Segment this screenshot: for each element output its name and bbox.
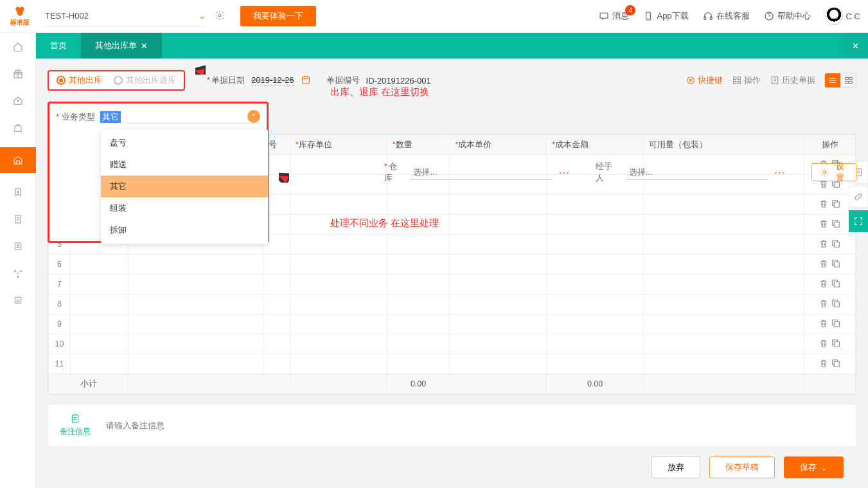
sidebar-doc[interactable] (10, 212, 26, 227)
svg-rect-20 (734, 81, 736, 84)
remark-icon: 备注信息 (60, 413, 91, 437)
try-button[interactable]: 我要体验一下 (240, 6, 316, 26)
biz-type-label: * 业务类型 (56, 111, 95, 123)
operate-button[interactable]: 操作 (732, 75, 761, 86)
sidebar-contacts[interactable] (10, 239, 26, 254)
table-row[interactable]: 7 (49, 275, 856, 294)
sidebar-warehouse[interactable] (0, 147, 36, 173)
svg-rect-37 (835, 282, 840, 287)
sidebar-flow[interactable] (10, 266, 26, 281)
remark-box: 备注信息 (48, 404, 856, 447)
handler-more-icon[interactable]: ··· (775, 168, 786, 177)
user-menu[interactable]: C C (825, 7, 860, 25)
svg-line-27 (202, 72, 206, 75)
table-row[interactable]: 6 (49, 255, 856, 275)
copy-icon[interactable] (831, 358, 841, 368)
biz-type-value[interactable]: 其它 (100, 111, 121, 123)
biz-type-option[interactable]: 组装 (101, 197, 268, 219)
sidebar-gift[interactable] (10, 66, 26, 82)
svg-point-13 (17, 276, 19, 277)
doc-toolbar: 快捷键 操作 历史单据 (686, 73, 856, 88)
delete-icon[interactable] (819, 358, 829, 368)
subtotal-label: 小计 (49, 374, 128, 394)
chevron-down-icon: ⌄ (199, 11, 206, 21)
calendar-icon[interactable] (301, 75, 311, 87)
biz-type-option[interactable]: 拆卸 (101, 219, 268, 241)
help-link[interactable]: 帮助中心 (764, 10, 811, 22)
tenant-select[interactable]: TEST-H002 ⌄ (45, 6, 206, 26)
radio-outbound[interactable]: 其他出库 (57, 75, 102, 86)
svg-rect-25 (845, 81, 848, 83)
remark-input[interactable] (106, 420, 844, 430)
biz-type-dropdown: 盘亏赠送其它组装拆卸 (101, 129, 268, 244)
warehouse-label: *仓库 (384, 161, 405, 184)
svg-rect-4 (710, 17, 712, 19)
svg-rect-21 (738, 81, 740, 84)
subtotal-qty: 0.00 (387, 374, 450, 394)
close-all-tabs[interactable]: ✕ (842, 33, 868, 59)
copy-icon[interactable] (831, 278, 841, 289)
copy-icon[interactable] (831, 338, 841, 348)
sidebar-new[interactable]: 新 (10, 293, 26, 308)
biz-type-option[interactable]: 盘亏 (101, 132, 268, 154)
footer: 放弃 保存草稿 保存⌄ (48, 447, 856, 488)
delete-icon[interactable] (819, 318, 829, 329)
table-row[interactable]: 11 (49, 354, 856, 374)
biz-type-option[interactable]: 赠送 (101, 154, 268, 176)
sidebar-finance[interactable] (10, 185, 26, 200)
svg-rect-3 (704, 17, 706, 19)
biz-type-option[interactable]: 其它 (101, 176, 268, 197)
table-row[interactable]: 8 (49, 294, 856, 314)
svg-rect-16 (302, 77, 309, 84)
gear-icon[interactable] (215, 10, 225, 23)
delete-icon[interactable] (819, 298, 829, 309)
messages-link[interactable]: 消息 4 (599, 10, 629, 22)
settings-button[interactable]: 设置 (811, 163, 856, 181)
copy-icon[interactable] (831, 318, 841, 329)
save-button[interactable]: 保存⌄ (784, 456, 844, 478)
save-draft-button[interactable]: 保存草稿 (709, 456, 775, 478)
delete-icon[interactable] (819, 338, 829, 348)
svg-rect-42 (72, 415, 78, 422)
avatar (825, 7, 843, 25)
arrow-icon (279, 172, 289, 183)
svg-point-10 (17, 273, 19, 275)
handler-select[interactable] (626, 165, 768, 180)
annotation-mid: 处理不同业务 在这里处理 (330, 217, 439, 230)
delete-icon[interactable] (819, 258, 829, 269)
doc-date-field[interactable]: 2019-12-26 (251, 75, 294, 86)
handler-label: 经手人 (596, 161, 619, 184)
svg-rect-38 (835, 302, 840, 307)
sidebar-in[interactable] (10, 93, 26, 109)
sidebar-bag[interactable] (10, 120, 26, 136)
arrow-icon (195, 64, 206, 75)
customer-service-link[interactable]: 在线客服 (703, 10, 750, 22)
warehouse-select[interactable] (411, 165, 553, 180)
copy-icon[interactable] (831, 298, 841, 309)
radio-return[interactable]: 其他出库退库 (114, 75, 176, 86)
svg-rect-1 (600, 13, 608, 18)
headphone-icon (703, 11, 713, 21)
svg-rect-36 (835, 262, 840, 267)
close-icon[interactable]: ✕ (141, 41, 148, 51)
phone-icon (643, 11, 653, 21)
subtotal-amount: 0.00 (547, 374, 644, 394)
warehouse-more-icon[interactable]: ··· (559, 168, 570, 177)
chevron-up-icon[interactable]: ⌃ (247, 110, 260, 123)
view-grid-icon[interactable] (840, 73, 856, 87)
svg-rect-22 (772, 77, 777, 84)
sidebar-home[interactable] (10, 39, 26, 55)
view-list-icon[interactable] (825, 73, 840, 87)
shortcut-button[interactable]: 快捷键 (686, 75, 723, 86)
app-download-link[interactable]: App下载 (643, 10, 688, 22)
table-row[interactable]: 10 (49, 334, 856, 354)
message-icon (599, 11, 609, 21)
tab-home[interactable]: 首页 (36, 33, 81, 59)
copy-icon[interactable] (831, 258, 841, 269)
discard-button[interactable]: 放弃 (651, 456, 700, 478)
delete-icon[interactable] (819, 278, 829, 289)
view-toggle[interactable] (824, 73, 856, 88)
table-row[interactable]: 9 (49, 314, 856, 334)
tab-other-outbound[interactable]: 其他出库单 ✕ (81, 33, 162, 59)
history-button[interactable]: 历史单据 (770, 75, 815, 86)
